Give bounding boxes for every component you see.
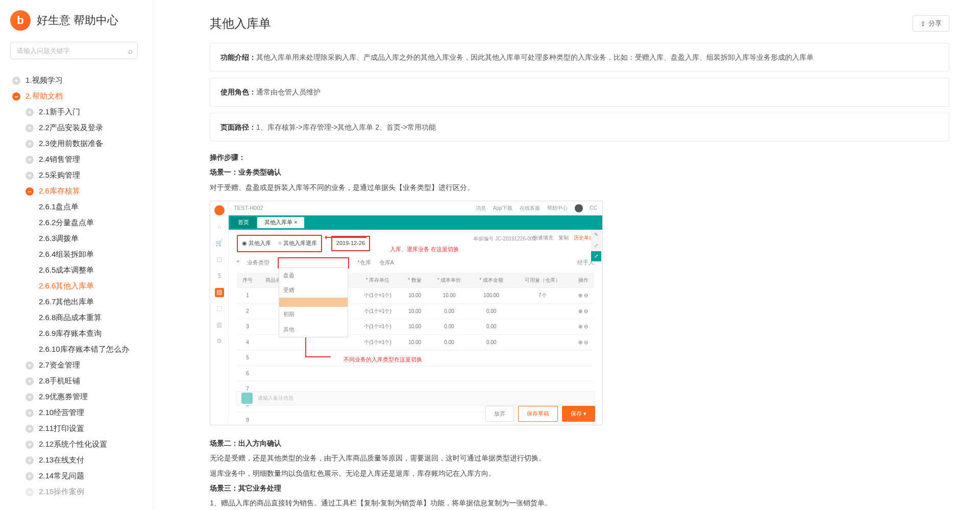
nav-2-6-1[interactable]: 2.6.1盘点单 — [10, 199, 143, 215]
shot-cs: 在线客服 — [520, 203, 540, 213]
cart-icon: 🛒 — [215, 239, 224, 248]
nav-2-2[interactable]: +2.2产品安装及登录 — [10, 120, 143, 136]
nav-2-3[interactable]: +2.3使用前数据准备 — [10, 136, 143, 152]
shot-tab-current: 其他入库单 × — [257, 217, 304, 228]
plus-icon: + — [26, 456, 34, 465]
nav-2-15[interactable]: +2.15操作案例 — [10, 484, 143, 500]
tool-icon: ✎ — [591, 230, 601, 240]
home-icon: ⌂ — [215, 223, 224, 232]
shot-sidebar: ⌂ 🛒 ▢ $ ▤ ⬚ ▥ ⚙ — [210, 201, 229, 425]
plus-icon: + — [26, 393, 34, 401]
steps-label: 操作步骤： — [210, 153, 246, 161]
scene2-p2: 退库业务中，明细数量均以负值红色展示。无论是入库还是退库，库存账均记在入库方向。 — [210, 467, 949, 480]
nav-2-6-9[interactable]: 2.6.9库存账本查询 — [10, 326, 143, 342]
nav-2-6-5[interactable]: 2.6.5成本调整单 — [10, 262, 143, 278]
nav-2-6[interactable]: –2.6库存核算 — [10, 183, 143, 199]
nav-2-8[interactable]: +2.8手机旺铺 — [10, 373, 143, 389]
arrow-icon — [326, 237, 366, 238]
sidebar: b 好生意 帮助中心 ⌕ +1.视频学习 –2.帮助文档 +2.1新手入门 +2… — [0, 0, 153, 510]
scene3-p1: 1、赠品入库的商品直接转为销售。通过工具栏【复制-复制为销货单】功能，将单据信息… — [210, 496, 949, 510]
shot-app: App下载 — [493, 203, 512, 213]
plus-icon: + — [26, 425, 34, 433]
screenshot-embed: ⌂ 🛒 ▢ $ ▤ ⬚ ▥ ⚙ TEST-H002 消息 App下载 在线客服 … — [210, 201, 603, 425]
stock-icon: ▤ — [215, 288, 224, 297]
card-path: 页面路径：1、库存核算->库存管理->其他入库单 2、首页->常用功能 — [210, 113, 949, 141]
site-title: 好生意 帮助中心 — [37, 13, 118, 28]
nav-2-1[interactable]: +2.1新手入门 — [10, 104, 143, 120]
box-icon: ▢ — [215, 255, 224, 264]
nav-l1-docs[interactable]: –2.帮助文档 — [10, 88, 143, 104]
shot-logo-icon — [214, 205, 225, 215]
shot-tabs: 首页 其他入库单 × — [210, 215, 602, 230]
scene1-text: 对于受赠、盘盈或是拆装入库等不同的业务，是通过单据头【业务类型】进行区分。 — [210, 181, 949, 195]
shot-help: 帮助中心 — [547, 203, 568, 213]
nav-2-5[interactable]: +2.5采购管理 — [10, 167, 143, 183]
nav-2-7[interactable]: +2.7资金管理 — [10, 357, 143, 373]
nav-2-13[interactable]: +2.13在线支付 — [10, 452, 143, 468]
nav-2-6-2[interactable]: 2.6.2分量盘点单 — [10, 215, 143, 231]
nav-2-10[interactable]: +2.10经营管理 — [10, 405, 143, 421]
plus-icon: + — [26, 377, 34, 385]
scene2-p1: 无论是受赠，还是其他类型的业务，由于入库商品质量等原因，需要退回，这时可通过单据… — [210, 451, 949, 465]
tool-icon: ⤢ — [591, 251, 601, 261]
main-content: 其他入库单 ⇪分享 功能介绍：其他入库单用来处理除采购入库、产成品入库之外的其他… — [153, 0, 980, 510]
nav-2-11[interactable]: +2.11打印设置 — [10, 421, 143, 436]
logo-icon: b — [10, 10, 31, 31]
logo-row: b 好生意 帮助中心 — [10, 10, 153, 31]
plus-icon: + — [26, 140, 34, 148]
share-icon: ⇪ — [920, 20, 926, 28]
plus-icon: + — [26, 409, 34, 417]
plus-icon: + — [26, 361, 34, 370]
plus-icon: + — [26, 441, 34, 449]
red-annotation-2: 不同业务的入库类型在这里切换 — [344, 354, 422, 365]
search-icon[interactable]: ⌕ — [128, 46, 133, 55]
nav-2-12[interactable]: +2.12系统个性化设置 — [10, 436, 143, 452]
btn-save: 保存 ▾ — [562, 406, 595, 422]
content-body: 操作步骤： 场景一：业务类型确认 对于受赠、盘盈或是拆装入库等不同的业务，是通过… — [210, 151, 949, 510]
date-field: 2019-12-26 — [331, 236, 370, 251]
plus-icon: + — [26, 124, 34, 132]
gear-icon: ⚙ — [215, 337, 224, 346]
shot-user: CC — [590, 203, 597, 213]
card-intro: 功能介绍：其他入库单用来处理除采购入库、产成品入库之外的其他入库业务，因此其他入… — [210, 43, 949, 71]
shot-action-buttons: 放弃 保存草稿 保存 ▾ — [485, 406, 595, 422]
nav-2-9[interactable]: +2.9优惠券管理 — [10, 389, 143, 405]
nav-2-6-7[interactable]: 2.6.7其他出库单 — [10, 294, 143, 310]
nav-2-14[interactable]: +2.14常见问题 — [10, 468, 143, 484]
card-role: 使用角色：通常由仓管人员维护 — [210, 78, 949, 106]
btn-cancel: 放弃 — [485, 406, 514, 422]
nav-2-6-8[interactable]: 2.6.8商品成本重算 — [10, 310, 143, 326]
shot-tab-home: 首页 — [231, 217, 256, 228]
biz-type-select: 盘盈 受赠 初期 其他 — [278, 257, 349, 269]
minus-icon: – — [26, 187, 34, 196]
red-annotation-1: 入库、退库业务 在这里切换 — [390, 244, 459, 255]
dollar-icon: $ — [215, 272, 224, 281]
shot-right-tools: ✎ ⤢ ⤢ — [591, 230, 602, 261]
plus-icon: + — [26, 108, 34, 116]
shot-top-right: 消息 App下载 在线客服 帮助中心 CC — [476, 203, 597, 213]
table-row: 6 — [237, 366, 594, 381]
nav-l1-video[interactable]: +1.视频学习 — [10, 72, 143, 88]
search-input[interactable] — [10, 42, 138, 59]
radio-group: ◉ 其他入库 ○ 其他入库退库 — [237, 235, 322, 252]
radio-out: ○ 其他入库退库 — [278, 238, 317, 249]
nav-2-6-10[interactable]: 2.6.10库存账本错了怎么办 — [10, 342, 143, 357]
btn-draft: 保存草稿 — [518, 406, 558, 422]
avatar-icon — [575, 204, 583, 212]
plus-icon: + — [26, 488, 34, 496]
radio-in: ◉ 其他入库 — [242, 238, 271, 249]
memo-icon — [241, 393, 253, 404]
share-button[interactable]: ⇪分享 — [913, 15, 949, 32]
shot-title: TEST-H002 — [234, 203, 263, 213]
nav-2-6-4[interactable]: 2.6.4组装拆卸单 — [10, 247, 143, 262]
memo-row: 请输入备注信息 — [236, 391, 595, 405]
nav-tree: +1.视频学习 –2.帮助文档 +2.1新手入门 +2.2产品安装及登录 +2.… — [10, 72, 153, 500]
nav-2-6-6[interactable]: 2.6.6其他入库单 — [10, 278, 143, 294]
scene1-title: 场景一：业务类型确认 — [210, 168, 281, 176]
tool-icon: ⤢ — [591, 240, 601, 251]
nav-2-4[interactable]: +2.4销售管理 — [10, 152, 143, 167]
nav-2-6-3[interactable]: 2.6.3调拨单 — [10, 231, 143, 247]
plus-icon: + — [26, 172, 34, 180]
plus-icon: + — [26, 156, 34, 164]
page-title: 其他入库单 — [210, 15, 271, 32]
